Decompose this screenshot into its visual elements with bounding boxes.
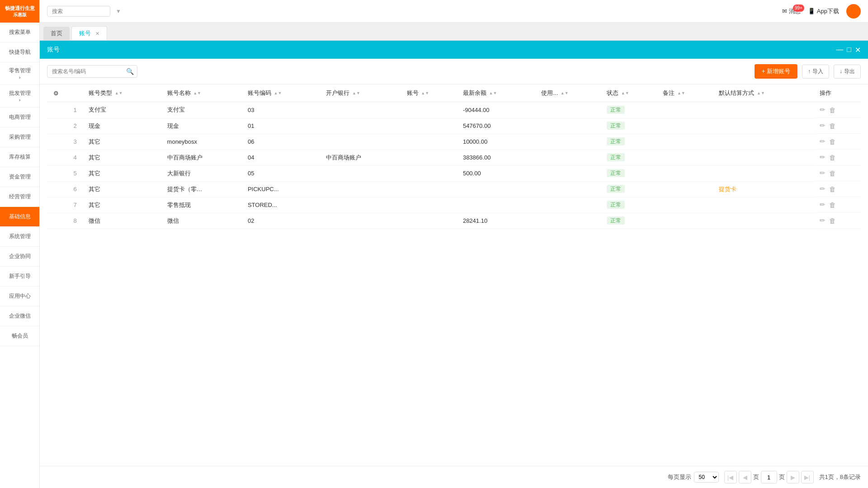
delete-icon[interactable]: 🗑 bbox=[829, 154, 836, 161]
tab-account[interactable]: 账号✕ bbox=[71, 26, 107, 40]
delete-icon[interactable]: 🗑 bbox=[829, 169, 836, 177]
sidebar-item-system-mgmt[interactable]: 系统管理 bbox=[0, 227, 39, 247]
sidebar-item-enterprise-agreement[interactable]: 企业协同 bbox=[0, 247, 39, 267]
sidebar-item-purchase-mgmt[interactable]: 采购管理 bbox=[0, 127, 39, 147]
edit-icon[interactable]: ✏ bbox=[820, 122, 826, 130]
header-dropdown-icon[interactable]: ▼ bbox=[116, 8, 121, 14]
cell: moneybosx bbox=[164, 134, 244, 150]
edit-icon[interactable]: ✏ bbox=[820, 169, 826, 177]
sidebar-item-quick-nav[interactable]: 快捷导航 bbox=[0, 42, 39, 62]
sidebar-item-member[interactable]: 畅会员 bbox=[0, 326, 39, 346]
sidebar-item-new-guide[interactable]: 新手引导 bbox=[0, 267, 39, 286]
cell bbox=[659, 102, 715, 118]
cell: 383866.00 bbox=[459, 150, 538, 165]
close-icon[interactable]: ✕ bbox=[855, 46, 861, 54]
edit-icon[interactable]: ✏ bbox=[820, 106, 826, 114]
cell: 7 bbox=[65, 197, 85, 213]
sidebar-item-finance-mgmt[interactable]: 资金管理 bbox=[0, 167, 39, 187]
export-button[interactable]: ↓ 导出 bbox=[834, 65, 861, 79]
th-balance[interactable]: 最新余额 ▲▼ bbox=[459, 84, 538, 102]
sidebar-item-basic-info[interactable]: 基础信息 bbox=[0, 207, 39, 227]
cell bbox=[659, 134, 715, 150]
cell bbox=[538, 102, 603, 118]
th-name[interactable]: 账号名称 ▲▼ bbox=[164, 84, 244, 102]
th-gear[interactable]: ⚙ bbox=[47, 84, 65, 102]
avatar[interactable] bbox=[846, 4, 861, 19]
table-footer: 每页显示 50 20 100 |◀ ◀ 页 页 ▶ ▶| 共1页，8条记录 bbox=[40, 466, 868, 488]
th-bank[interactable]: 开户银行 ▲▼ bbox=[322, 84, 403, 102]
sidebar-item-app-center[interactable]: 应用中心 bbox=[0, 286, 39, 306]
cell bbox=[403, 213, 459, 229]
sidebar-item-retail-mgmt[interactable]: 零售管理 › bbox=[0, 62, 39, 85]
cell: 其它 bbox=[85, 181, 164, 197]
search-input[interactable] bbox=[47, 65, 137, 78]
delete-icon[interactable]: 🗑 bbox=[829, 106, 836, 114]
edit-icon[interactable]: ✏ bbox=[820, 216, 826, 225]
first-page-btn[interactable]: |◀ bbox=[724, 471, 737, 483]
page-input[interactable] bbox=[761, 471, 777, 483]
th-default-settlement[interactable]: 默认结算方式 ▲▼ bbox=[715, 84, 816, 102]
minimize-icon[interactable]: — bbox=[836, 46, 843, 54]
cell: 其它 bbox=[85, 197, 164, 213]
default-settlement-cell: 提货卡 bbox=[715, 181, 816, 197]
th-type[interactable]: 账号类型 ▲▼ bbox=[85, 84, 164, 102]
table-row: 2现金现金01547670.00正常✏🗑 bbox=[47, 118, 861, 134]
th-account[interactable]: 账号 ▲▼ bbox=[403, 84, 459, 102]
maximize-icon[interactable]: □ bbox=[847, 46, 851, 54]
sidebar-item-ecommerce-mgmt[interactable]: 电商管理 bbox=[0, 108, 39, 127]
cell bbox=[538, 134, 603, 150]
sidebar-item-wholesale-mgmt[interactable]: 批发管理 › bbox=[0, 85, 39, 108]
header-search-input[interactable] bbox=[47, 6, 110, 17]
last-page-btn[interactable]: ▶| bbox=[801, 471, 814, 483]
sidebar-item-ops-mgmt[interactable]: 经营管理 bbox=[0, 187, 39, 207]
search-icon[interactable]: 🔍 bbox=[126, 68, 134, 75]
export-icon: ↓ bbox=[840, 68, 842, 75]
cell: 500.00 bbox=[459, 165, 538, 181]
cell bbox=[538, 118, 603, 134]
add-account-button[interactable]: + 新增账号 bbox=[755, 64, 797, 79]
edit-icon[interactable]: ✏ bbox=[820, 185, 826, 193]
cell bbox=[459, 181, 538, 197]
prev-page-btn[interactable]: ◀ bbox=[739, 471, 751, 483]
cell: 支付宝 bbox=[85, 102, 164, 118]
sidebar-item-search-menu[interactable]: 搜索菜单 bbox=[0, 23, 39, 42]
edit-icon[interactable]: ✏ bbox=[820, 137, 826, 145]
sidebar-item-enterprise-wechat[interactable]: 企业微信 bbox=[0, 306, 39, 326]
page-size-select[interactable]: 50 20 100 bbox=[694, 472, 719, 483]
import-button[interactable]: ↑ 导入 bbox=[802, 65, 829, 79]
cell bbox=[715, 102, 816, 118]
cell: 2 bbox=[65, 118, 85, 134]
th-status[interactable]: 状态 ▲▼ bbox=[603, 84, 659, 102]
cell: 支付宝 bbox=[164, 102, 244, 118]
edit-icon[interactable]: ✏ bbox=[820, 153, 826, 161]
cell bbox=[403, 181, 459, 197]
cell bbox=[322, 102, 403, 118]
delete-icon[interactable]: 🗑 bbox=[829, 138, 836, 145]
delete-icon[interactable]: 🗑 bbox=[829, 122, 836, 130]
tab-close-account[interactable]: ✕ bbox=[95, 31, 99, 37]
cell bbox=[47, 118, 65, 134]
th-usage[interactable]: 使用... ▲▼ bbox=[538, 84, 603, 102]
toolbar-left: 🔍 bbox=[47, 65, 137, 78]
next-page-btn[interactable]: ▶ bbox=[787, 471, 799, 483]
cell bbox=[403, 150, 459, 165]
messages-btn[interactable]: ✉ 消息 99+ bbox=[782, 7, 801, 15]
cell bbox=[47, 102, 65, 118]
sidebar-item-inventory-calc[interactable]: 库存核算 bbox=[0, 147, 39, 167]
th-action: 操作 bbox=[816, 84, 861, 102]
cell: 1 bbox=[65, 102, 85, 118]
cell bbox=[659, 197, 715, 213]
edit-icon[interactable]: ✏ bbox=[820, 201, 826, 209]
cell bbox=[459, 197, 538, 213]
cell bbox=[659, 150, 715, 165]
th-code[interactable]: 账号编码 ▲▼ bbox=[244, 84, 323, 102]
cell bbox=[715, 134, 816, 150]
delete-icon[interactable]: 🗑 bbox=[829, 217, 836, 225]
tab-home[interactable]: 首页 bbox=[43, 27, 70, 40]
cell bbox=[47, 150, 65, 165]
delete-icon[interactable]: 🗑 bbox=[829, 201, 836, 209]
delete-icon[interactable]: 🗑 bbox=[829, 185, 836, 193]
app-download-btn[interactable]: 📱 App下载 bbox=[808, 7, 839, 15]
th-remark[interactable]: 备注 ▲▼ bbox=[659, 84, 715, 102]
import-label: 导入 bbox=[812, 68, 823, 75]
